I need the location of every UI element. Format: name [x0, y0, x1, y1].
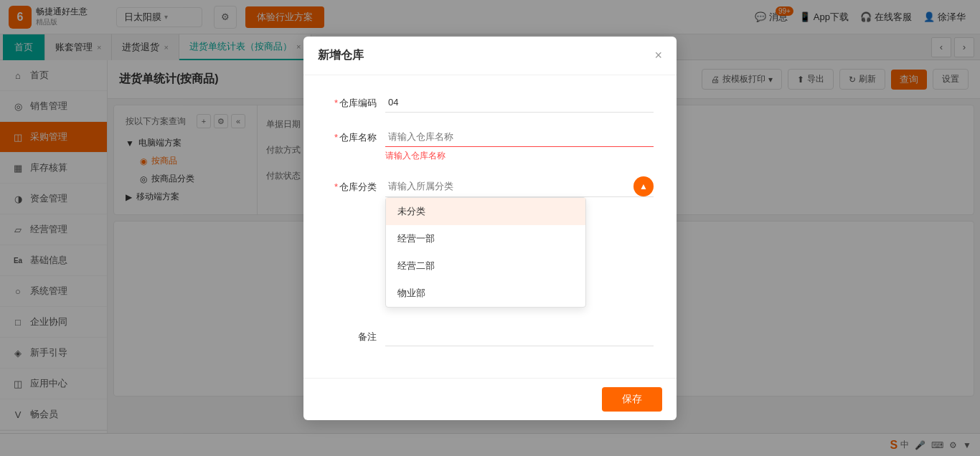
note-label: 备注: [326, 326, 377, 343]
modal-footer: 保存: [303, 378, 677, 420]
category-dropdown-button[interactable]: ▲: [633, 176, 654, 196]
modal-close-button[interactable]: ×: [654, 48, 662, 63]
category-input[interactable]: [385, 176, 633, 196]
code-control: [385, 92, 654, 113]
modal-body: 仓库编码 仓库名称 请输入仓库名称 仓库分类 ▲: [303, 75, 677, 378]
category-control: ▲ 未分类 经营一部 经营二部 物业部: [385, 176, 654, 197]
note-input[interactable]: [385, 326, 654, 346]
dropdown-item-dept3[interactable]: 物业部: [386, 280, 585, 307]
add-warehouse-modal: 新增仓库 × 仓库编码 仓库名称 请输入仓库名称 仓库分类: [303, 37, 677, 420]
category-dropdown-list: 未分类 经营一部 经营二部 物业部: [385, 197, 586, 308]
modal-title: 新增仓库: [318, 48, 364, 63]
dropdown-item-dept1[interactable]: 经营一部: [386, 225, 585, 252]
save-button[interactable]: 保存: [602, 387, 662, 412]
form-row-name: 仓库名称 请输入仓库名称: [326, 127, 654, 162]
category-label: 仓库分类: [326, 176, 377, 194]
form-row-code: 仓库编码: [326, 92, 654, 113]
note-control: [385, 326, 654, 346]
category-select-wrap: ▲: [385, 176, 654, 197]
dropdown-item-unclassified[interactable]: 未分类: [386, 198, 585, 225]
code-input[interactable]: [385, 92, 654, 113]
name-label: 仓库名称: [326, 127, 377, 144]
modal-overlay[interactable]: 新增仓库 × 仓库编码 仓库名称 请输入仓库名称 仓库分类: [0, 0, 980, 456]
code-label: 仓库编码: [326, 92, 377, 110]
name-input[interactable]: [385, 127, 654, 147]
form-row-note: 备注: [326, 326, 654, 346]
name-error-text: 请输入仓库名称: [385, 150, 654, 162]
form-row-category: 仓库分类 ▲ 未分类 经营一部 经营二部 物业部: [326, 176, 654, 197]
modal-header: 新增仓库 ×: [303, 37, 677, 75]
name-control: 请输入仓库名称: [385, 127, 654, 162]
dropdown-item-dept2[interactable]: 经营二部: [386, 252, 585, 280]
